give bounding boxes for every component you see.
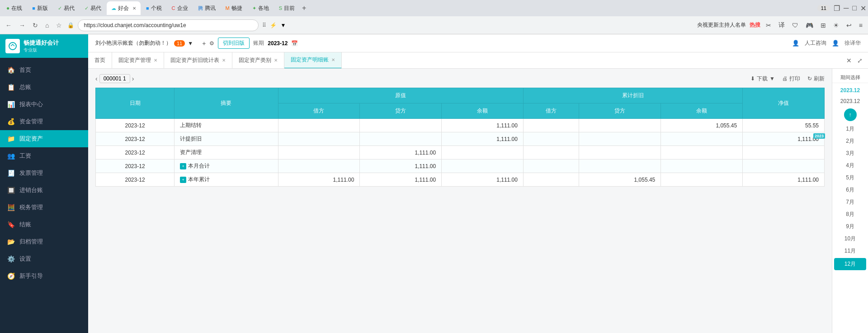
browser-tab-changjie[interactable]: M 畅捷 — [221, 1, 247, 15]
refresh-button[interactable]: ↻ — [31, 20, 40, 31]
period-item-5[interactable]: 5月 — [832, 172, 868, 184]
scroll-up-button[interactable]: ↑ — [844, 108, 857, 121]
grid-icon[interactable]: ⊞ — [819, 21, 828, 30]
period-item-1[interactable]: 1月 — [832, 123, 868, 135]
tab-depreciation-stats[interactable]: 固定资产折旧统计表 ✕ — [164, 52, 232, 69]
expand-tab-button[interactable]: ⤢ — [855, 56, 864, 65]
tab-close-icon[interactable]: ✕ — [274, 58, 278, 63]
period-item-8[interactable]: 8月 — [832, 208, 868, 220]
period-item-9[interactable]: 9月 — [832, 220, 868, 233]
period-item-4[interactable]: 4月 — [832, 159, 868, 172]
tab-label: 各地 — [258, 5, 269, 12]
tab-home[interactable]: 首页 — [88, 52, 112, 69]
sidebar-item-fund[interactable]: 💰 资金管理 — [0, 113, 88, 130]
calendar-icon[interactable]: 📅 — [291, 40, 298, 47]
shield-icon[interactable]: 🛡 — [790, 21, 800, 30]
download-label: 下载 — [757, 75, 768, 83]
scissors-icon[interactable]: ✂ — [764, 21, 773, 30]
tab-close-icon[interactable]: ✕ — [154, 58, 157, 63]
tab-close-icon[interactable]: ✕ — [132, 6, 136, 11]
sidebar-item-guide[interactable]: 🧭 新手引导 — [0, 267, 88, 285]
cell-accum-balance — [661, 146, 743, 159]
back-button[interactable]: ← — [4, 20, 14, 31]
prev-page-button[interactable]: ‹ — [95, 75, 98, 82]
period-item-7[interactable]: 7月 — [832, 196, 868, 208]
undo-icon[interactable]: ↩ — [844, 21, 854, 30]
print-button[interactable]: 🖨 打印 — [782, 75, 800, 83]
bookmark-button[interactable]: ☆ — [54, 20, 64, 31]
sidebar-item-ledger[interactable]: 📋 总账 — [0, 79, 88, 96]
user-avatar: 👤 — [832, 40, 839, 47]
browser-tab-qiye[interactable]: C 企业 — [167, 1, 193, 15]
download-button[interactable]: ⬇ 下载 ▼ — [750, 75, 775, 83]
browser-tab-yidai2[interactable]: ✓ 易代 — [80, 1, 106, 15]
restore-icon[interactable]: ❐ — [834, 4, 840, 13]
browser-tab-online[interactable]: ● 在线 — [2, 1, 27, 15]
period-item-10[interactable]: 10月 — [832, 233, 868, 245]
period-item-2023-12-highlight[interactable]: 2023.12 — [832, 85, 868, 96]
refresh-button[interactable]: ↻ 刷新 — [807, 75, 825, 83]
maximize-icon[interactable]: □ — [852, 4, 857, 12]
tab-close-icon[interactable]: ✕ — [222, 58, 226, 63]
address-input[interactable] — [78, 19, 259, 31]
sidebar-item-invoice[interactable]: 🧾 发票管理 — [0, 164, 88, 182]
game-icon[interactable]: 🎮 — [804, 21, 815, 30]
share-icon[interactable]: ⠿ — [262, 22, 266, 28]
period-item-11[interactable]: 11月 — [832, 245, 868, 257]
sidebar-item-label: 首页 — [19, 66, 31, 74]
forward-button[interactable]: → — [17, 20, 27, 31]
tab-asset-mgmt[interactable]: 固定资产管理 ✕ — [112, 52, 164, 69]
sidebar-item-tax[interactable]: 🧮 税务管理 — [0, 199, 88, 216]
cell-net-value — [743, 146, 825, 159]
tab-close-icon[interactable]: ✕ — [331, 57, 335, 62]
browser-tab-yidai1[interactable]: ✓ 易代 — [53, 1, 79, 15]
minimize-icon[interactable]: ─ — [844, 4, 849, 12]
period-item-12[interactable]: 12月 — [834, 258, 866, 270]
tab-asset-detail[interactable]: 固定资产明细账 ✕ — [284, 52, 342, 69]
sidebar-item-report[interactable]: 📊 报表中心 — [0, 96, 88, 113]
period-item-6[interactable]: 6月 — [832, 184, 868, 196]
sun-icon[interactable]: ☀ — [831, 21, 841, 30]
translate-icon[interactable]: 译 — [777, 20, 787, 30]
sidebar-item-asset[interactable]: 📁 固定资产 — [0, 130, 88, 147]
sidebar-item-close[interactable]: 🔖 结账 — [0, 216, 88, 233]
sidebar-item-home[interactable]: 🏠 首页 — [0, 61, 88, 79]
next-page-button[interactable]: › — [132, 75, 134, 82]
browser-tab-gedi[interactable]: ✦ 各地 — [248, 1, 274, 15]
browser-tab-geshui[interactable]: ■ 个税 — [142, 1, 166, 15]
tab-asset-category[interactable]: 固定资产类别 ✕ — [232, 52, 284, 69]
cell-date: 2023-12 — [96, 146, 175, 159]
hot-search-label[interactable]: 热搜 — [750, 21, 760, 29]
sidebar: 畅捷通好会计 专业版 🏠 首页 📋 总账 📊 报表中心 💰 资金管理 � — [0, 34, 88, 333]
consultant-label[interactable]: 人工咨询 — [805, 39, 826, 47]
sidebar-item-archive[interactable]: 📂 归档管理 — [0, 233, 88, 250]
cell-accum-balance — [661, 132, 743, 146]
sidebar-item-purchase[interactable]: 🔲 进销台账 — [0, 182, 88, 199]
logo-text-group: 畅捷通好会计 专业版 — [24, 39, 59, 53]
home-button[interactable]: ⌂ — [43, 20, 51, 31]
period-item-2023-12[interactable]: 2023.12 — [832, 96, 868, 107]
settings-small-icon[interactable]: ⚙ — [209, 40, 214, 47]
close-window-icon[interactable]: ✕ — [860, 4, 866, 13]
sidebar-item-wage[interactable]: 👥 工资 — [0, 147, 88, 164]
logo-icon — [5, 39, 20, 53]
archive-icon: 📂 — [7, 238, 15, 245]
dropdown-icon[interactable]: ▼ — [280, 22, 286, 28]
period-item-3[interactable]: 3月 — [832, 147, 868, 159]
svg-point-0 — [9, 42, 16, 50]
cell-summary: +本月合计 — [175, 159, 278, 173]
account-select[interactable]: 刘小艳演示账套（勿删勿动！） 11 ▼ — [95, 39, 193, 47]
new-tab-icon[interactable]: + — [302, 4, 306, 12]
add-account-icon[interactable]: + — [202, 40, 206, 47]
sidebar-item-settings[interactable]: ⚙️ 设置 — [0, 250, 88, 267]
cell-orig-credit: 1,111.00 — [360, 173, 442, 187]
browser-tab-new[interactable]: ■ 新版 — [28, 1, 52, 15]
switch-version-button[interactable]: 切到旧版 — [218, 38, 250, 49]
cell-orig-debit — [278, 132, 360, 146]
menu-icon[interactable]: ≡ — [857, 21, 864, 30]
close-tab-button[interactable]: ✕ — [844, 56, 854, 65]
browser-tab-muqian[interactable]: S 目前 — [274, 1, 299, 15]
period-item-2[interactable]: 2月 — [832, 135, 868, 147]
browser-tab-tencent[interactable]: 腾 腾讯 — [193, 1, 220, 15]
browser-tab-haokuai[interactable]: ☁ 好会 ✕ — [107, 1, 141, 15]
